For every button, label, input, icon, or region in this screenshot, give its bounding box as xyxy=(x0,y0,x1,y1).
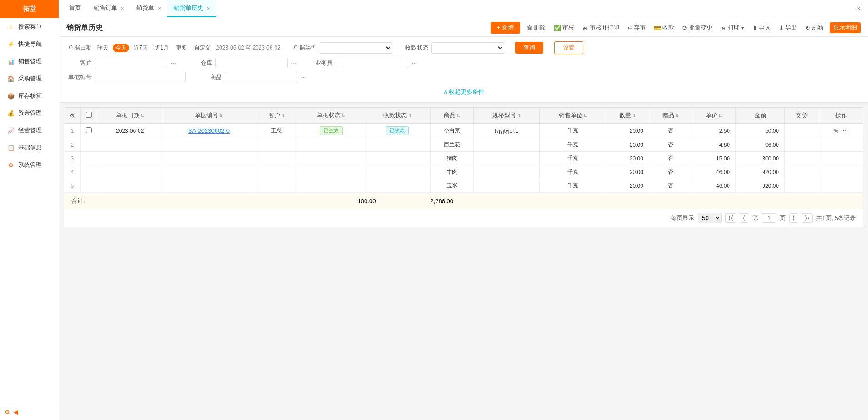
customer-ellipsis-btn[interactable]: ··· xyxy=(171,60,176,66)
date-tag-7days[interactable]: 近7天 xyxy=(131,44,151,52)
row-checkbox-cell[interactable] xyxy=(80,179,97,193)
sidebar-label-sales-mgmt: 销售管理 xyxy=(18,57,42,65)
more-action-btn[interactable]: ⋯ xyxy=(842,127,850,135)
row-checkbox-cell[interactable] xyxy=(80,138,97,152)
row-checkbox-cell[interactable] xyxy=(80,165,97,179)
th-doc-date[interactable]: 单据日期 ⇅ xyxy=(97,108,163,124)
th-doc-status[interactable]: 单据状态 ⇅ xyxy=(298,108,364,124)
th-transaction[interactable]: 交货 xyxy=(785,108,819,124)
prev-page-button[interactable]: ⟨ xyxy=(740,213,748,223)
row-qty-cell: 20.00 xyxy=(606,124,649,138)
select-all-checkbox[interactable] xyxy=(86,112,92,118)
date-tag-custom[interactable]: 自定义 xyxy=(191,44,213,52)
tab-sales-order-close[interactable]: × xyxy=(121,5,124,11)
row-num-cell: 5 xyxy=(64,179,80,193)
filter-area: 单据日期 昨天 今天 近7天 近1月 更多 自定义 2023-06-02 至 2… xyxy=(59,37,868,103)
tab-sales-goods[interactable]: 销货单 × xyxy=(130,0,167,17)
batch-change-button[interactable]: ⟳ 批量变更 xyxy=(681,23,714,33)
sidebar-item-purchase-mgmt[interactable]: 🏠 采购管理 xyxy=(0,70,59,87)
th-customer[interactable]: 客户 ⇅ xyxy=(255,108,298,124)
refresh-button[interactable]: ↻ 刷新 xyxy=(803,23,825,33)
tab-close-all-button[interactable]: × xyxy=(853,5,864,13)
th-settings[interactable]: ⚙ xyxy=(64,108,80,124)
column-settings-icon[interactable]: ⚙ xyxy=(70,112,75,119)
new-button[interactable]: + 新增 xyxy=(491,22,520,34)
tab-sales-order[interactable]: 销售订单 × xyxy=(87,0,130,17)
last-page-button[interactable]: ⟩⟩ xyxy=(802,213,813,223)
tab-sales-goods-close[interactable]: × xyxy=(158,5,161,11)
sidebar-collapse-icon[interactable]: ◀ xyxy=(14,409,18,415)
show-detail-button[interactable]: 显示明细 xyxy=(830,22,861,33)
sidebar-item-search-menu[interactable]: ≡ 搜索菜单 xyxy=(0,18,59,35)
th-spec-type[interactable]: 规格型号 ⇅ xyxy=(473,108,539,124)
query-button[interactable]: 查询 xyxy=(515,42,543,54)
pagination-wrap: 每页显示 50 100 ⟨⟨ ⟨ 第 页 ⟩ ⟩⟩ 共1页, 5条记录 xyxy=(64,209,863,227)
tab-home[interactable]: 首页 xyxy=(63,0,87,17)
payment-status-select[interactable] xyxy=(431,42,504,54)
row-checkbox-cell[interactable] xyxy=(80,152,97,165)
collect-button[interactable]: 💳 收款 xyxy=(652,23,676,33)
th-sales-unit[interactable]: 销售单位 ⇅ xyxy=(540,108,606,124)
th-unit-price[interactable]: 单价 ⇅ xyxy=(692,108,735,124)
sidebar-item-finance[interactable]: 💰 资金管理 xyxy=(0,105,59,122)
review-print-button[interactable]: 🖨 审核并打印 xyxy=(581,23,621,33)
row-checkbox[interactable] xyxy=(86,127,92,133)
salesperson-ellipsis-btn[interactable]: ··· xyxy=(412,60,417,66)
print-button[interactable]: 🖨 打印 ▾ xyxy=(719,23,746,33)
import-button[interactable]: ⬆ 导入 xyxy=(751,23,773,33)
th-checkbox[interactable] xyxy=(80,108,97,124)
th-doc-no[interactable]: 单据编号 ⇅ xyxy=(163,108,255,124)
tab-sales-history[interactable]: 销货单历史 × xyxy=(167,0,216,17)
sidebar-label-quick-nav: 快捷导航 xyxy=(18,40,42,48)
th-qty[interactable]: 数量 ⇅ xyxy=(606,108,649,124)
per-page-select[interactable]: 50 100 xyxy=(698,213,722,223)
sidebar-settings-icon[interactable]: ⚙ xyxy=(5,409,10,415)
goods-ellipsis-btn[interactable]: ··· xyxy=(301,74,306,80)
collapse-button[interactable]: ∧ 收起更多条件 xyxy=(443,88,484,96)
batch-change-icon: ⟳ xyxy=(682,25,687,31)
sidebar-item-system-mgmt[interactable]: ⚙ 系统管理 xyxy=(0,156,59,174)
th-goods[interactable]: 商品 ⇅ xyxy=(430,108,473,124)
date-tag-yesterday[interactable]: 昨天 xyxy=(95,44,111,52)
tab-sales-history-close[interactable]: × xyxy=(207,5,210,11)
sidebar-item-sales-mgmt[interactable]: 📊 销售管理 xyxy=(0,53,59,70)
sidebar-item-operations[interactable]: 📈 经营管理 xyxy=(0,122,59,139)
tab-sales-order-label: 销售订单 xyxy=(94,4,117,12)
th-payment-status[interactable]: 收款状态 ⇅ xyxy=(364,108,430,124)
th-amount[interactable]: 金额 xyxy=(736,108,785,124)
abandon-button[interactable]: ↩ 弃审 xyxy=(626,23,647,33)
row-num-cell: 2 xyxy=(64,138,80,152)
customer-label: 客户 xyxy=(66,59,92,67)
warehouse-input[interactable] xyxy=(215,58,288,68)
warehouse-ellipsis-btn[interactable]: ··· xyxy=(291,60,296,66)
row-transaction-cell xyxy=(785,124,819,138)
doc-no-link[interactable]: SA-20230602-0 xyxy=(188,127,230,134)
row-unit-price-cell: 4.80 xyxy=(692,138,735,152)
settings-button[interactable]: 设置 xyxy=(554,41,583,54)
doc-type-label: 单据类型 xyxy=(291,44,317,52)
first-page-button[interactable]: ⟨⟨ xyxy=(725,213,736,223)
sidebar-item-basic-info[interactable]: 📋 基础信息 xyxy=(0,139,59,156)
export-button[interactable]: ⬇ 导出 xyxy=(777,23,799,33)
date-tag-1month[interactable]: 近1月 xyxy=(152,44,172,52)
date-tag-today[interactable]: 今天 xyxy=(113,44,129,52)
sidebar-item-inventory[interactable]: 📦 库存核算 xyxy=(0,87,59,105)
date-tag-more[interactable]: 更多 xyxy=(173,44,190,52)
data-table-wrap: ⚙ 单据日期 ⇅ xyxy=(64,107,863,227)
sidebar-logo: 拓堂 xyxy=(0,0,59,18)
page-number-input[interactable] xyxy=(762,213,776,223)
edit-action-btn[interactable]: ✎ xyxy=(833,127,840,135)
sidebar-item-quick-nav[interactable]: ⚡ 快捷导航 xyxy=(0,35,59,53)
delete-icon: 🗑 xyxy=(527,25,532,31)
customer-input[interactable] xyxy=(95,58,167,68)
sidebar-bottom: ⚙ ◀ xyxy=(0,404,59,420)
delete-button[interactable]: 🗑 删除 xyxy=(525,23,547,33)
row-checkbox-cell[interactable] xyxy=(80,124,97,138)
goods-input[interactable] xyxy=(225,72,297,82)
doc-no-input[interactable] xyxy=(95,72,186,82)
next-page-button[interactable]: ⟩ xyxy=(789,213,798,223)
th-gift[interactable]: 赠品 ⇅ xyxy=(649,108,692,124)
review-button[interactable]: ✅ 审核 xyxy=(552,23,576,33)
doc-type-select[interactable] xyxy=(320,42,392,54)
salesperson-input[interactable] xyxy=(336,58,408,68)
